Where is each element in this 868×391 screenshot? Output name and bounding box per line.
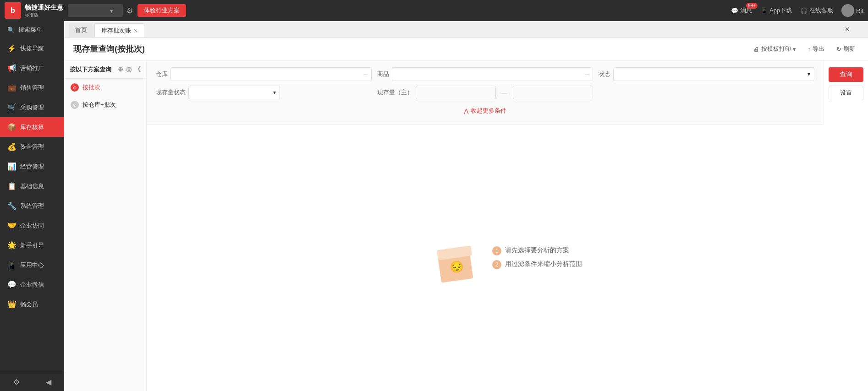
quick-nav-icon: ⚡	[7, 44, 16, 53]
warehouse-input[interactable]: ···	[170, 67, 372, 81]
sidebar-item-operations[interactable]: 📊 经营管理	[0, 157, 64, 176]
sidebar-item-purchase[interactable]: 🛒 采购管理	[0, 98, 64, 117]
collapse-panel-icon[interactable]: 《	[134, 65, 141, 74]
tabbar-close-button[interactable]: ×	[845, 24, 850, 34]
members-icon: 👑	[7, 300, 16, 309]
scheme-by-batch[interactable]: ⊙ 按批次	[64, 79, 146, 96]
operations-icon: 📊	[7, 162, 16, 171]
filter-area: 仓库 ··· 商品 ···	[147, 61, 824, 125]
inventory-status-dropdown-icon: ▾	[273, 89, 276, 96]
tab-inventory-batch[interactable]: 库存批次账 ×	[94, 23, 144, 37]
tip-2-num: 2	[492, 260, 501, 269]
sidebar-item-wechat[interactable]: 💬 企业微信	[0, 275, 64, 294]
refresh-button[interactable]: ↻ 刷新	[833, 43, 859, 55]
appstore-icon: 📱	[7, 261, 16, 269]
inventory-qty-from[interactable]	[416, 86, 496, 99]
status-dropdown-icon: ▾	[808, 71, 810, 77]
settings-button[interactable]: 设置	[829, 86, 863, 100]
sidebar-search[interactable]: 🔍 搜索菜单	[0, 21, 64, 38]
app-icon: 📱	[760, 7, 768, 14]
sidebar-settings-icon[interactable]: ⚙	[13, 378, 20, 386]
scheme-settings-icon[interactable]: ◎	[126, 65, 132, 74]
product-input[interactable]: ···	[392, 67, 593, 81]
empty-tip-1: 1 请先选择要分析的方案	[492, 246, 582, 255]
print-dropdown-icon[interactable]: ▾	[793, 46, 796, 53]
warehouse-filter: 仓库 ···	[156, 67, 372, 81]
page-header: 现存量查询(按批次) 🖨 按模板打印 ▾ ↑ 导出 ↻ 刷新	[64, 38, 868, 61]
newguide-icon: 🌟	[7, 241, 16, 250]
sales-icon: 💼	[7, 83, 16, 92]
tab-close-icon[interactable]: ×	[134, 27, 137, 34]
online-service-button[interactable]: 🎧 在线客服	[800, 6, 833, 15]
product-dots[interactable]: ···	[585, 72, 589, 77]
search-input[interactable]	[71, 7, 108, 14]
basics-icon: 📋	[7, 182, 16, 190]
left-panel-header: 按以下方案查询 ⊕ ◎ 《	[64, 61, 146, 79]
sidebar-item-quick-nav[interactable]: ⚡ 快捷导航	[0, 38, 64, 58]
avatar	[841, 4, 854, 17]
search-dropdown-icon[interactable]: ▾	[110, 7, 113, 14]
tabbar: 首页 库存批次账 × ×	[64, 21, 868, 38]
topbar: b 畅捷通好生意 标准版 ▾ ⚙ 体验行业方案 💬 消息 99+ 📱 App下载…	[0, 0, 868, 21]
search-icon: 🔍	[7, 27, 15, 33]
print-icon: 🖨	[753, 46, 759, 53]
wechat-icon: 💬	[7, 280, 16, 289]
service-icon: 🎧	[800, 7, 808, 14]
left-panel: 按以下方案查询 ⊕ ◎ 《 ⊙ 按批次 ⊙ 按仓库+批次	[64, 61, 147, 391]
settings-icon[interactable]: ⚙	[126, 6, 133, 15]
collapse-icon: ⋀	[464, 108, 469, 114]
messages-button[interactable]: 💬 消息 99+	[731, 6, 752, 15]
export-button[interactable]: ↑ 导出	[804, 43, 829, 55]
topbar-search-box[interactable]: ▾	[68, 4, 123, 17]
main-layout: 🔍 搜索菜单 ⚡ 快捷导航 📢 营销推广 💼 销售管理 🛒 采购管理 📦	[0, 21, 868, 391]
product-filter: 商品 ···	[377, 67, 593, 81]
topbar-right-area: 💬 消息 99+ 📱 App下载 🎧 在线客服 Rit	[731, 4, 863, 17]
refresh-icon: ↻	[836, 46, 841, 53]
message-badge: 99+	[746, 3, 758, 9]
sidebar-item-appstore[interactable]: 📱 应用中心	[0, 255, 64, 275]
sidebar-item-members[interactable]: 👑 畅会员	[0, 294, 64, 314]
filter-row-2: 现存量状态 ▾ 现存量（主） —	[156, 86, 814, 99]
sidebar-collapse-icon[interactable]: ◀	[46, 378, 51, 386]
tip-1-num: 1	[492, 246, 501, 255]
export-icon: ↑	[808, 46, 811, 53]
purchase-icon: 🛒	[7, 103, 16, 112]
inventory-qty-filter: 现存量（主） —	[377, 86, 593, 99]
left-panel-actions: ⊕ ◎ 《	[118, 65, 141, 74]
scheme-by-warehouse-batch[interactable]: ⊙ 按仓库+批次	[64, 96, 146, 114]
warehouse-batch-scheme-icon: ⊙	[71, 101, 79, 109]
sidebar-item-system[interactable]: 🔧 系统管理	[0, 196, 64, 216]
print-template-button[interactable]: 🖨 按模板打印 ▾	[750, 43, 800, 55]
app-download-button[interactable]: 📱 App下载	[760, 6, 792, 15]
brand-info: 畅捷通好生意 标准版	[25, 3, 63, 17]
right-panel: 仓库 ··· 商品 ···	[147, 61, 868, 391]
empty-tip-2: 2 用过滤条件来缩小分析范围	[492, 260, 582, 269]
sidebar-item-finance[interactable]: 💰 资金管理	[0, 137, 64, 157]
system-icon: 🔧	[7, 201, 16, 210]
svg-text:😔: 😔	[449, 259, 465, 274]
status-filter: 状态 ▾	[599, 67, 814, 81]
tab-home[interactable]: 首页	[69, 23, 93, 37]
inventory-status-select[interactable]: ▾	[188, 86, 280, 99]
sidebar-item-basics[interactable]: 📋 基础信息	[0, 176, 64, 196]
collapse-more-button[interactable]: ⋀ 收起更多条件	[156, 104, 814, 118]
sidebar-item-newguide[interactable]: 🌟 新手引导	[0, 235, 64, 255]
sidebar-item-inventory[interactable]: 📦 库存核算	[0, 117, 64, 137]
marketing-icon: 📢	[7, 64, 16, 72]
empty-tips: 1 请先选择要分析的方案 2 用过滤条件来缩小分析范围	[492, 246, 582, 269]
app-logo: b	[5, 2, 21, 19]
status-select[interactable]: ▾	[613, 67, 814, 81]
filter-container: 仓库 ··· 商品 ···	[147, 61, 868, 125]
inventory-qty-to[interactable]	[513, 86, 593, 99]
warehouse-dots[interactable]: ···	[364, 72, 368, 77]
sidebar-item-enterprise[interactable]: 🤝 企业协同	[0, 216, 64, 235]
sidebar-menu: ⚡ 快捷导航 📢 营销推广 💼 销售管理 🛒 采购管理 📦 库存核算 💰	[0, 38, 64, 373]
main-content: 首页 库存批次账 × × 现存量查询(按批次) 🖨 按模板打印 ▾ ↑ 导出	[64, 21, 868, 391]
query-button[interactable]: 查询	[829, 67, 863, 82]
user-profile-button[interactable]: Rit	[841, 4, 863, 17]
add-scheme-icon[interactable]: ⊕	[118, 65, 123, 74]
sidebar-item-marketing[interactable]: 📢 营销推广	[0, 58, 64, 78]
sidebar-item-sales[interactable]: 💼 销售管理	[0, 78, 64, 98]
inventory-icon: 📦	[7, 123, 16, 131]
try-industry-button[interactable]: 体验行业方案	[137, 4, 186, 17]
